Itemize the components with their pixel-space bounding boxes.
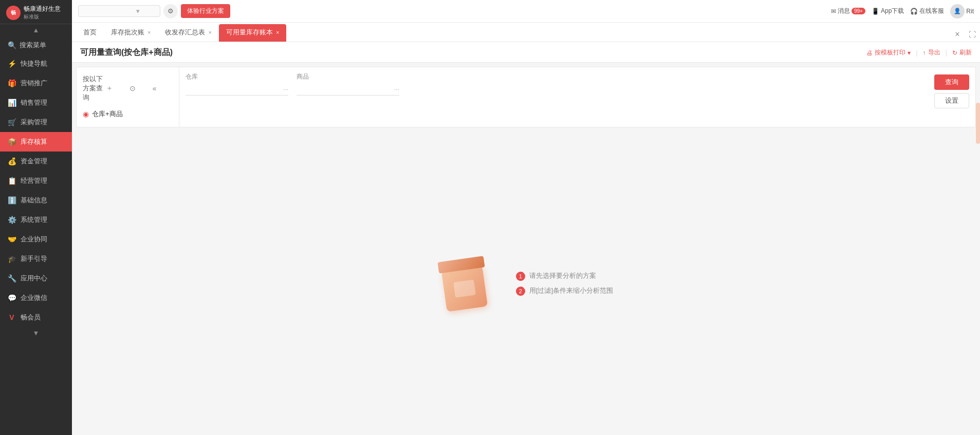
collapse-scheme-button[interactable]: «	[153, 84, 173, 92]
tab-receipt-summary[interactable]: 收发存汇总表 ×	[158, 24, 218, 42]
sidebar-item-member-label: 畅会员	[21, 313, 41, 322]
settings-button[interactable]: 设置	[934, 93, 969, 108]
sidebar-item-basicinfo-label: 基础信息	[21, 196, 47, 205]
gift-icon: 🎁	[7, 79, 16, 87]
sidebar-item-corpwechat[interactable]: 💬 企业微信	[0, 288, 72, 308]
scheme-icon: ◉	[83, 110, 89, 118]
sidebar-item-search[interactable]: 🔍 搜索菜单	[0, 36, 72, 54]
biz-icon: 📋	[7, 177, 16, 185]
scheme-item-label: 仓库+商品	[92, 109, 123, 119]
print-template-button[interactable]: 🖨 按模板打印 ▾	[866, 48, 911, 57]
actions-divider2: |	[946, 49, 947, 56]
query-panel: 按以下方案查询 ＋ ⊙ « ◉ 仓库+商品 仓库 ···	[76, 67, 976, 127]
tab-receipt-summary-close[interactable]: ×	[208, 29, 211, 35]
page-header: 可用量查询(按仓库+商品) 🖨 按模板打印 ▾ | ↑ 导出 | ↻ 刷新	[72, 42, 980, 63]
tab-home[interactable]: 首页	[76, 24, 104, 42]
message-badge: 99+	[852, 8, 865, 14]
query-fields-area: 仓库 ··· 商品 ··· 查询 设置	[179, 67, 975, 127]
warehouse-input[interactable]	[186, 85, 280, 93]
sidebar-item-appcenter[interactable]: 🔧 应用中心	[0, 269, 72, 288]
warehouse-label: 仓库	[186, 72, 288, 81]
message-icon: ✉	[831, 8, 836, 15]
right-scrollbar[interactable]	[976, 103, 980, 144]
message-button[interactable]: ✉ 消息 99+	[831, 7, 865, 15]
sidebar-item-enterprise[interactable]: 🤝 企业协同	[0, 230, 72, 249]
topbar-left: ▾ ⚙ 体验行业方案	[78, 4, 827, 18]
refresh-button[interactable]: ↻ 刷新	[952, 48, 972, 57]
query-scheme-header-label: 按以下方案查询	[83, 74, 103, 102]
query-actions: 查询 设置	[934, 72, 969, 108]
sidebar-item-fund[interactable]: 💰 资金管理	[0, 152, 72, 171]
topbar-search-input[interactable]	[83, 8, 134, 15]
sidebar-item-bizmgmt-label: 经营管理	[21, 176, 47, 185]
topbar-search-area: ▾	[78, 5, 160, 17]
sidebar-item-marketing-label: 营销推广	[21, 79, 47, 88]
chevron-down-icon[interactable]: ▾	[136, 7, 140, 15]
message-label: 消息	[838, 7, 850, 15]
hint-text-1: 请先选择要分析的方案	[529, 271, 596, 280]
empty-box-graphic	[441, 265, 488, 311]
tab-batch-account[interactable]: 库存批次账 ×	[104, 24, 158, 42]
sidebar-item-corpwechat-label: 企业微信	[21, 293, 47, 302]
sidebar-item-marketing[interactable]: 🎁 营销推广	[0, 73, 72, 93]
sidebar-subtitle: 标准版	[24, 13, 61, 21]
app-download-label: App下载	[881, 7, 904, 15]
topbar-gear-button[interactable]: ⚙	[163, 4, 178, 18]
scheme-item-warehouse-goods[interactable]: ◉ 仓库+商品	[77, 106, 179, 122]
vip-icon: V	[7, 313, 16, 321]
sidebar-brand: 畅康通好生意 标准版	[24, 5, 61, 21]
box-icon: 📦	[7, 138, 16, 146]
shortcut-icon: ⚡	[7, 60, 16, 68]
sidebar-item-search-label: 搜索菜单	[20, 41, 46, 50]
app-icon: 🔧	[7, 274, 16, 282]
tab-available-ledger-close[interactable]: ×	[276, 29, 279, 35]
sidebar-item-guide[interactable]: 🎓 新手引导	[0, 249, 72, 269]
manage-scheme-button[interactable]: ⊙	[130, 84, 150, 92]
goods-input-wrapper: ···	[297, 83, 399, 96]
online-service-label: 在线客服	[919, 7, 944, 15]
app-download-button[interactable]: 📱 App下载	[872, 7, 904, 15]
sidebar-item-inventory[interactable]: 📦 库存核算	[0, 132, 72, 152]
sidebar-scroll-up[interactable]: ▲	[0, 24, 72, 36]
sidebar-item-bizmgmt[interactable]: 📋 经营管理	[0, 171, 72, 191]
sidebar-item-system[interactable]: ⚙️ 系统管理	[0, 210, 72, 230]
goods-more-button[interactable]: ···	[394, 86, 399, 93]
export-button[interactable]: ↑ 导出	[923, 48, 940, 57]
sidebar-scroll-down[interactable]: ▼	[0, 327, 72, 339]
query-scheme-panel: 按以下方案查询 ＋ ⊙ « ◉ 仓库+商品	[77, 67, 179, 127]
goods-label: 商品	[297, 72, 399, 81]
hint-item-1: 1 请先选择要分析的方案	[516, 271, 613, 281]
hint-item-2: 2 用[过滤]条件来缩小分析范围	[516, 286, 613, 296]
sidebar-item-shortcut[interactable]: ⚡ 快捷导航	[0, 54, 72, 73]
sidebar-item-sales[interactable]: 📊 销售管理	[0, 93, 72, 112]
goods-field: 商品 ···	[297, 72, 399, 96]
sidebar-item-member[interactable]: V 畅会员	[0, 308, 72, 327]
tabs-right: × ⛶	[950, 27, 976, 42]
user-profile-button[interactable]: 👤 Rit	[950, 4, 974, 18]
sidebar-item-shortcut-label: 快捷导航	[21, 59, 47, 68]
tabs-expand-button[interactable]: ⛶	[969, 30, 976, 39]
topbar: ▾ ⚙ 体验行业方案 ✉ 消息 99+ 📱 App下载 🎧 在线客服 👤 Rit	[72, 0, 980, 23]
empty-state: 1 请先选择要分析的方案 2 用[过滤]条件来缩小分析范围	[72, 131, 980, 435]
sidebar-item-guide-label: 新手引导	[21, 254, 47, 263]
page-header-actions: 🖨 按模板打印 ▾ | ↑ 导出 | ↻ 刷新	[866, 48, 972, 57]
hint-num-2: 2	[516, 287, 525, 296]
warehouse-more-button[interactable]: ···	[283, 86, 288, 93]
online-service-button[interactable]: 🎧 在线客服	[910, 7, 944, 15]
actions-divider: |	[916, 49, 917, 56]
tab-batch-account-close[interactable]: ×	[147, 29, 151, 35]
tab-batch-account-label: 库存批次账	[111, 28, 144, 37]
query-button[interactable]: 查询	[934, 74, 969, 90]
avatar: 👤	[950, 4, 965, 18]
query-scheme-header: 按以下方案查询 ＋ ⊙ «	[77, 72, 179, 106]
goods-input[interactable]	[297, 85, 391, 93]
tab-available-ledger[interactable]: 可用量库存账本 ×	[219, 24, 286, 42]
sidebar-item-purchase[interactable]: 🛒 采购管理	[0, 112, 72, 132]
add-scheme-button[interactable]: ＋	[106, 84, 126, 93]
tabs-close-all-button[interactable]: ×	[950, 27, 965, 42]
sidebar-item-basicinfo[interactable]: ℹ️ 基础信息	[0, 191, 72, 210]
handshake-icon: 🤝	[7, 235, 16, 243]
sidebar-item-purchase-label: 采购管理	[21, 118, 47, 127]
industry-solution-button[interactable]: 体验行业方案	[181, 4, 230, 18]
chart-icon: 📊	[7, 99, 16, 107]
